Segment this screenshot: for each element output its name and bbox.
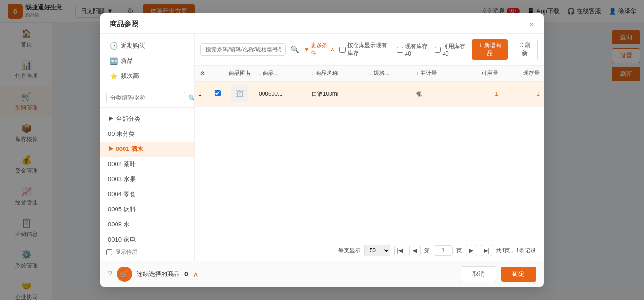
search-button[interactable]: 🔍	[290, 45, 299, 54]
sort-icon-spec: ↕	[370, 71, 372, 76]
product-image-placeholder: 🖼	[231, 85, 248, 102]
left-panel-footer: 显示停用	[100, 243, 194, 261]
th-product-image: 商品图片	[225, 66, 255, 82]
category-water[interactable]: 0008 水	[100, 217, 194, 232]
modal-footer: ? 🛒 连续选择的商品 0 ∧ 取消 确定	[100, 261, 544, 287]
category-list: ▶ 全部分类 00 未分类 ▶ 0001 酒水 0002 茶叶 0003 水果	[100, 108, 194, 243]
category-tea[interactable]: 0002 茶叶	[100, 157, 194, 172]
product-table-container: ⚙ 商品图片 ↕ 商品... ↕	[195, 66, 544, 240]
per-page-select[interactable]: 50 20 100	[364, 245, 390, 256]
th-stock: 现存量	[502, 66, 544, 82]
row-checkbox[interactable]	[210, 82, 225, 107]
modal-title: 商品参照	[110, 20, 138, 29]
right-toolbar: 🔍 ▼ 更多条件 ∧ 按仓库显示现有库存 现有库存≠0	[195, 34, 544, 66]
row-code: 000600...	[255, 82, 308, 107]
row-name: 白酒100ml	[308, 82, 366, 107]
quick-items-section: 🕐 近期购买 🆕 新品 ⭐ 频次高 ‹‹	[100, 34, 194, 88]
row-available: -1	[461, 82, 502, 107]
right-panel: 🔍 ▼ 更多条件 ∧ 按仓库显示现有库存 现有库存≠0	[195, 34, 544, 261]
category-fruit[interactable]: 0003 水果	[100, 172, 194, 187]
add-product-button[interactable]: + 新增商品	[472, 39, 508, 60]
warehouse-display-checkbox[interactable]: 按仓库显示现有库存	[339, 42, 392, 58]
th-spec[interactable]: ↕ 规格...	[366, 66, 413, 82]
category-all[interactable]: ▶ 全部分类	[100, 111, 194, 126]
table-header-row: ⚙ 商品图片 ↕ 商品... ↕	[195, 66, 544, 82]
th-gear[interactable]: ⚙	[195, 66, 210, 82]
category-search-input[interactable]	[106, 92, 185, 103]
panel-collapse-button[interactable]: ‹‹	[194, 43, 195, 62]
row-stock: -1	[502, 82, 544, 107]
recent-icon: 🕐	[110, 42, 118, 50]
confirm-button[interactable]: 确定	[501, 267, 536, 282]
first-page-button[interactable]: |◀	[394, 245, 405, 256]
category-liquor[interactable]: ▶ 0001 酒水	[100, 142, 194, 157]
available-stock-checkbox[interactable]: 可用库存≠0	[435, 42, 468, 57]
pagination-bar: 每页显示 50 20 100 |◀ ◀ 第 页 ▶ ▶| 共1页，1条记录	[195, 240, 544, 261]
frequent-icon: ⭐	[110, 72, 118, 80]
category-uncategorized[interactable]: 00 未分类	[100, 126, 194, 142]
row-spec	[366, 82, 413, 107]
footer-collapse-button[interactable]: ∧	[193, 270, 198, 279]
current-stock-checkbox[interactable]: 现有库存≠0	[397, 42, 430, 57]
th-available: 可用量	[461, 66, 502, 82]
category-appliances[interactable]: 0010 家电	[100, 232, 194, 243]
table-row[interactable]: 1 🖼 000600... 白酒100ml 瓶	[195, 82, 544, 107]
cancel-button[interactable]: 取消	[461, 266, 496, 282]
sort-icon-unit: ↕	[416, 71, 419, 76]
new-icon: 🆕	[110, 57, 118, 65]
quick-item-frequent[interactable]: ⭐ 频次高	[106, 69, 189, 83]
category-search-section: 🔍	[100, 88, 194, 108]
row-unit: 瓶	[413, 82, 461, 107]
row-image: 🖼	[225, 82, 255, 107]
modal-close-button[interactable]: ×	[529, 20, 534, 29]
quick-item-recent[interactable]: 🕐 近期购买	[106, 39, 189, 53]
modal-header: 商品参照 ×	[100, 13, 544, 34]
left-panel: 🕐 近期购买 🆕 新品 ⭐ 频次高 ‹‹	[100, 34, 195, 261]
category-beverages[interactable]: 0005 饮料	[100, 202, 194, 217]
more-filters-button[interactable]: ▼ 更多条件 ∧	[304, 42, 335, 58]
refresh-button[interactable]: C 刷新	[512, 39, 538, 60]
product-table: ⚙ 商品图片 ↕ 商品... ↕	[195, 66, 544, 107]
product-reference-modal: 商品参照 × 🕐 近期购买 🆕 新品 ⭐	[100, 13, 544, 287]
help-icon[interactable]: ?	[108, 270, 112, 278]
page-number-input[interactable]	[434, 245, 453, 256]
modal-overlay: 商品参照 × 🕐 近期购买 🆕 新品 ⭐	[0, 0, 644, 300]
th-product-name[interactable]: ↕ 商品名称	[308, 66, 366, 82]
th-check	[210, 66, 225, 82]
sort-icon-name: ↕	[312, 71, 314, 76]
th-product-code[interactable]: ↕ 商品...	[255, 66, 308, 82]
quick-item-new[interactable]: 🆕 新品	[106, 54, 189, 68]
last-page-button[interactable]: ▶|	[481, 245, 492, 256]
product-search-input[interactable]	[200, 43, 286, 56]
category-search-icon[interactable]: 🔍	[188, 94, 195, 101]
prev-page-button[interactable]: ◀	[409, 245, 421, 256]
th-unit[interactable]: ↕ 主计量	[413, 66, 461, 82]
sort-icon: ↕	[259, 71, 261, 76]
modal-body: 🕐 近期购买 🆕 新品 ⭐ 频次高 ‹‹	[100, 34, 544, 261]
cart-icon[interactable]: 🛒	[117, 267, 132, 282]
row-num: 1	[195, 82, 210, 107]
show-disabled-checkbox[interactable]: 显示停用	[106, 248, 189, 256]
category-snacks[interactable]: 0004 零食	[100, 187, 194, 202]
next-page-button[interactable]: ▶	[466, 245, 477, 256]
